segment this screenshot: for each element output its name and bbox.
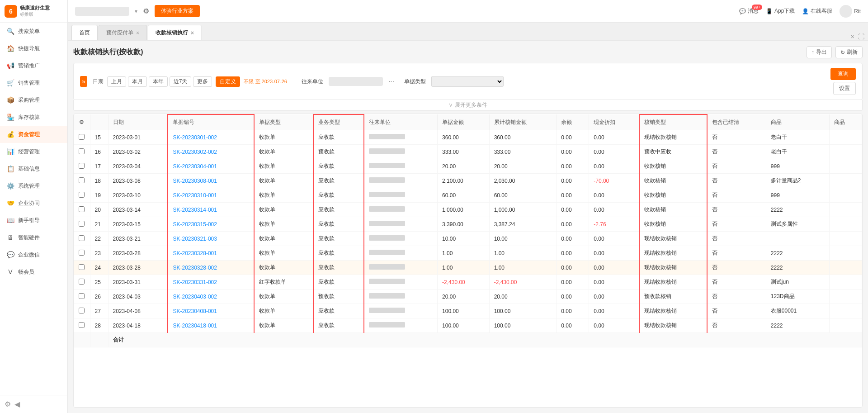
- row-checkbox[interactable]: [79, 134, 85, 140]
- sidebar-item-finance[interactable]: 💰资金管理: [0, 126, 67, 143]
- doc-no-link[interactable]: SK-20230302-002: [173, 149, 217, 155]
- col-docno-header: 单据编号: [168, 114, 254, 130]
- topbar-dropdown-icon[interactable]: ▾: [135, 8, 137, 14]
- cell-biztype: 应收款: [313, 203, 364, 217]
- sidebar-item-member[interactable]: V畅会员: [0, 263, 67, 280]
- sidebar-item-inventory[interactable]: 🏪库存核算: [0, 109, 67, 126]
- solution-button[interactable]: 体验行业方案: [155, 5, 200, 17]
- setting-button[interactable]: 设置: [833, 82, 856, 95]
- collapse-sidebar-icon[interactable]: ◀: [14, 400, 20, 408]
- row-checkbox[interactable]: [79, 264, 85, 270]
- sidebar-item-operation[interactable]: 📊经营管理: [0, 143, 67, 160]
- col-settings-header[interactable]: ⚙: [74, 114, 90, 130]
- col-date-header: 日期: [108, 114, 168, 130]
- topbar-gear-icon[interactable]: ⚙: [143, 7, 149, 15]
- export-button[interactable]: ↑ 导出: [807, 46, 832, 58]
- row-checkbox[interactable]: [79, 250, 85, 256]
- cell-date: 2023-03-08: [108, 174, 168, 188]
- cell-index: 28: [90, 318, 108, 333]
- tab-label-home: 首页: [79, 29, 90, 37]
- tab-close-receipt[interactable]: ×: [191, 30, 194, 36]
- refresh-button[interactable]: ↻ 刷新: [835, 46, 863, 58]
- sidebar-item-hardware[interactable]: 🖥智能硬件: [0, 229, 67, 246]
- sidebar-icon-enterprise: 🤝: [6, 199, 14, 207]
- doc-no-link[interactable]: SK-20230321-003: [173, 236, 217, 242]
- doc-no-link[interactable]: SK-20230403-002: [173, 294, 217, 300]
- doc-no-link[interactable]: SK-20230304-001: [173, 163, 217, 170]
- row-checkbox[interactable]: [79, 163, 85, 169]
- sidebar-item-marketing[interactable]: 📢营销推广: [0, 57, 67, 74]
- date-btn-本月[interactable]: 本月: [128, 76, 147, 87]
- tab-fullscreen-icon[interactable]: ⛶: [858, 33, 864, 40]
- settings-footer-icon[interactable]: ⚙: [5, 400, 11, 408]
- tab-close-prepay[interactable]: ×: [136, 30, 139, 36]
- cell-counterpart: [364, 290, 437, 304]
- filter-more-dots[interactable]: ···: [388, 77, 394, 85]
- row-checkbox[interactable]: [79, 293, 85, 299]
- footer-settings-cell: [74, 333, 90, 347]
- cell-docno: SK-20230418-001: [168, 318, 254, 333]
- date-btn-上月[interactable]: 上月: [107, 76, 126, 87]
- row-checkbox[interactable]: [79, 235, 85, 241]
- custom-date-btn[interactable]: 自定义: [216, 76, 240, 87]
- app-download-item[interactable]: 📱 App下载: [766, 7, 795, 15]
- row-checkbox[interactable]: [79, 192, 85, 198]
- sidebar-item-system[interactable]: ⚙️系统管理: [0, 177, 67, 195]
- cell-doctype: 收款单: [254, 304, 313, 318]
- tab-home[interactable]: 首页: [71, 25, 98, 40]
- sidebar-item-purchase[interactable]: 📦采购管理: [0, 91, 67, 109]
- sidebar-item-tutorial[interactable]: 📖新手引导: [0, 212, 67, 229]
- cell-verifytype: 收款核销: [639, 174, 707, 188]
- doc-no-link[interactable]: SK-20230418-001: [173, 323, 217, 329]
- tab-prepay[interactable]: 预付应付单×: [99, 25, 147, 40]
- cell-date: 2023-04-03: [108, 290, 168, 304]
- row-checkbox[interactable]: [79, 148, 85, 154]
- cell-goods: 2222: [766, 203, 829, 217]
- data-table: ⚙ 日期 单据编号 单据类型 业务类型 往来单位 单据金额 累计核销金额 余额 …: [74, 114, 862, 347]
- doc-no-link[interactable]: SK-20230315-002: [173, 221, 217, 228]
- date-btn-近7天[interactable]: 近7天: [170, 76, 192, 87]
- row-checkbox[interactable]: [79, 279, 85, 285]
- receipt-type-select[interactable]: [431, 76, 504, 87]
- tab-close-all-icon[interactable]: ×: [851, 33, 854, 40]
- sidebar-item-enterprise[interactable]: 🤝企业协同: [0, 195, 67, 212]
- page-title: 收款核销执行(按收款): [73, 47, 143, 57]
- user-avatar[interactable]: Rit: [840, 5, 861, 18]
- cell-date: 2023-03-14: [108, 203, 168, 217]
- row-checkbox[interactable]: [79, 177, 85, 183]
- tab-receipt[interactable]: 收款核销执行×: [148, 25, 202, 40]
- messages-item[interactable]: 💬 消息 99+: [739, 7, 759, 15]
- doc-no-link[interactable]: SK-20230328-001: [173, 250, 217, 256]
- row-checkbox[interactable]: [79, 322, 85, 328]
- col-settings-icon[interactable]: ⚙: [79, 119, 84, 125]
- doc-no-link[interactable]: SK-20230408-001: [173, 308, 217, 314]
- cell-docno: SK-20230321-003: [168, 232, 254, 246]
- doc-no-link[interactable]: SK-20230308-001: [173, 178, 217, 184]
- cell-verified: 333.00: [489, 145, 557, 159]
- cell-docno: SK-20230331-002: [168, 275, 254, 290]
- doc-no-link[interactable]: SK-20230328-002: [173, 265, 217, 271]
- doc-no-link[interactable]: SK-20230314-001: [173, 207, 217, 213]
- row-checkbox[interactable]: [79, 206, 85, 212]
- sidebar-item-basic[interactable]: 📋基础信息: [0, 160, 67, 177]
- sidebar-item-sales[interactable]: 🛒销售管理: [0, 74, 67, 91]
- sidebar-item-search[interactable]: 🔍搜索菜单: [0, 23, 67, 40]
- expand-bar[interactable]: ∨ 展开更多条件: [73, 100, 863, 111]
- sidebar-icon-inventory: 🏪: [6, 113, 14, 121]
- doc-no-link[interactable]: SK-20230301-002: [173, 134, 217, 141]
- row-checkbox[interactable]: [79, 221, 85, 227]
- row-checkbox[interactable]: [79, 308, 85, 313]
- doc-no-link[interactable]: SK-20230310-001: [173, 192, 217, 199]
- sidebar-item-wechat[interactable]: 💬企业微信: [0, 246, 67, 263]
- online-service-item[interactable]: 👤 在线客服: [802, 7, 832, 15]
- avatar-img: [840, 5, 852, 18]
- query-button[interactable]: 查询: [830, 68, 856, 80]
- date-btn-本年[interactable]: 本年: [149, 76, 168, 87]
- sidebar-item-guide[interactable]: 🏠快捷导航: [0, 40, 67, 57]
- filter-toggle-btn[interactable]: »: [80, 76, 87, 87]
- doc-no-link[interactable]: SK-20230331-002: [173, 279, 217, 285]
- cell-doctype: 收款单: [254, 174, 313, 188]
- date-btn-更多[interactable]: 更多: [193, 76, 212, 87]
- cell-verified: 100.00: [489, 318, 557, 333]
- sidebar-label-operation: 经营管理: [18, 148, 40, 156]
